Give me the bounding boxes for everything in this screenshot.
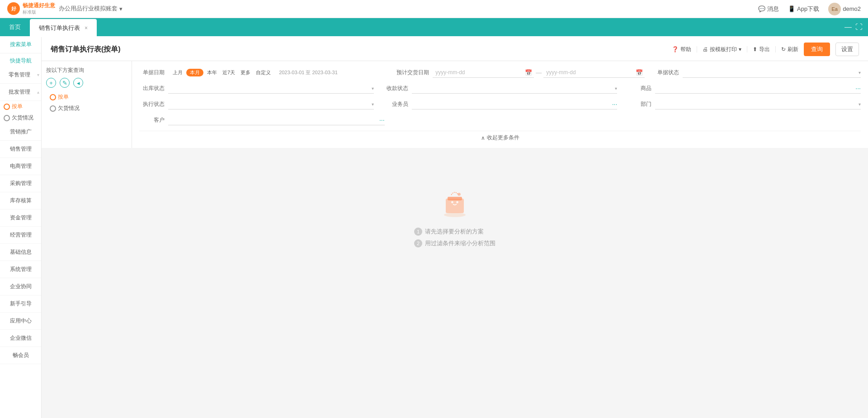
sidebar-item-purchase[interactable]: 采购管理: [0, 175, 41, 192]
outstock-input[interactable]: [168, 83, 370, 93]
date-btn-more[interactable]: 更多: [239, 69, 252, 76]
sidebar-item-finance[interactable]: 资金管理: [0, 209, 41, 227]
sidebar-item-apps[interactable]: 应用中心: [0, 313, 41, 330]
tab-home[interactable]: 首页: [0, 18, 30, 36]
empty-tips: 1 请先选择要分析的方案 2 用过滤条件来缩小分析范围: [414, 228, 495, 247]
sidebar-item-ecommerce[interactable]: 电商管理: [0, 158, 41, 175]
filter-panel: 按以下方案查询 + ✎ ◂ 按单 欠货情况: [42, 61, 868, 148]
filter-field-expected-date: 预计交货日期 📅 — 📅: [396, 67, 645, 78]
scheme-order-item[interactable]: 按单: [46, 91, 127, 103]
app-icon: 📱: [788, 5, 795, 12]
sidebar-search[interactable]: 搜索菜单: [0, 36, 41, 53]
account-dropdown[interactable]: 办公用品行业模拟账套 ▾: [59, 5, 123, 13]
help-btn[interactable]: ❓ 帮助: [672, 46, 691, 53]
filter-side-actions: + ✎ ◂: [46, 78, 127, 88]
scheme-shortage-label: 欠货情况: [58, 104, 80, 112]
sidebar-item-wholesale[interactable]: 批发管理 ▴: [0, 84, 41, 101]
tab-active[interactable]: 销售订单执行表 ×: [30, 19, 97, 37]
status-input[interactable]: [683, 67, 857, 77]
sidebar-item-apps-label: 应用中心: [2, 317, 39, 325]
sidebar-nav-label[interactable]: 快捷导航: [0, 53, 41, 66]
collect-input[interactable]: [412, 83, 613, 93]
collapse-bar[interactable]: ∧ 收起更多条件: [139, 131, 861, 144]
staff-input[interactable]: [412, 99, 612, 109]
minimize-btn[interactable]: —: [844, 23, 852, 31]
goods-input[interactable]: [655, 83, 855, 93]
sidebar-item-member[interactable]: 畅会员: [0, 347, 41, 364]
top-bar-left: 好 畅捷通好生意 标准版 办公用品行业模拟账套 ▾: [7, 2, 123, 15]
sidebar-item-inventory[interactable]: 库存核算: [0, 192, 41, 209]
outstock-dropdown-icon[interactable]: ▾: [372, 86, 374, 91]
message-btn[interactable]: 💬 消息: [758, 5, 779, 13]
collapse-scheme-btn[interactable]: ◂: [73, 78, 83, 88]
sidebar-item-ecommerce-label: 电商管理: [2, 162, 39, 170]
goods-more-icon[interactable]: ···: [855, 85, 861, 92]
sidebar-sub-order-label: 按单: [12, 103, 23, 110]
date-btn-7days[interactable]: 近7天: [221, 69, 237, 76]
dept-label: 部门: [626, 100, 651, 108]
goods-input-wrap: ···: [655, 83, 861, 94]
collapse-label: 收起更多条件: [487, 134, 519, 142]
sidebar-item-purchase-label: 采购管理: [2, 180, 39, 187]
tab-home-label: 首页: [9, 23, 21, 31]
scheme-shortage-item[interactable]: 欠货情况: [46, 103, 127, 114]
query-btn[interactable]: 查询: [804, 43, 830, 56]
dept-input-wrap: ▾: [655, 99, 861, 109]
add-scheme-btn[interactable]: +: [46, 78, 56, 88]
collect-input-wrap: ▾: [412, 83, 618, 94]
filter-date-range: 📅 — 📅: [433, 67, 645, 78]
retail-expand-icon: ▾: [37, 72, 39, 77]
exec-input[interactable]: [168, 99, 370, 109]
empty-state: 1 请先选择要分析的方案 2 用过滤条件来缩小分析范围: [42, 148, 868, 284]
svg-rect-1: [446, 199, 464, 213]
date-btn-thisyear[interactable]: 本年: [205, 69, 219, 76]
customer-input[interactable]: [168, 115, 379, 125]
fullscreen-btn[interactable]: ⛶: [855, 23, 863, 31]
sidebar-sub-shortage[interactable]: 欠货情况: [0, 112, 41, 124]
sidebar-item-marketing[interactable]: 营销推广: [0, 124, 41, 141]
sidebar-item-system[interactable]: 系统管理: [0, 261, 41, 278]
status-dropdown-icon[interactable]: ▾: [859, 70, 861, 75]
dept-dropdown-icon[interactable]: ▾: [859, 102, 861, 107]
settings-btn[interactable]: 设置: [835, 43, 859, 56]
sidebar-sub-order[interactable]: 按单: [0, 101, 41, 112]
tab-close-icon[interactable]: ×: [85, 25, 88, 31]
collapse-icon: ∧: [481, 135, 485, 141]
date-end-input[interactable]: [543, 67, 634, 77]
filter-side: 按以下方案查询 + ✎ ◂ 按单 欠货情况: [42, 61, 132, 148]
sidebar-item-collab[interactable]: 企业协同: [0, 278, 41, 295]
refresh-btn[interactable]: ↻ 刷新: [781, 46, 798, 53]
calendar-start-icon[interactable]: 📅: [523, 69, 534, 76]
refresh-label: 刷新: [788, 46, 798, 53]
date-start-input[interactable]: [433, 67, 523, 77]
user-area[interactable]: Ea demo2: [828, 3, 861, 15]
goods-label: 商品: [626, 85, 651, 92]
sidebar-item-retail[interactable]: 零售管理 ▾: [0, 66, 41, 84]
sidebar-item-operations-label: 经营管理: [2, 231, 39, 239]
sidebar-item-collab-label: 企业协同: [2, 283, 39, 290]
sidebar-item-guide-label: 新手引导: [2, 300, 39, 308]
edit-scheme-btn[interactable]: ✎: [60, 78, 70, 88]
sidebar-item-finance-label: 资金管理: [2, 214, 39, 222]
date-btn-lastmonth[interactable]: 上月: [171, 69, 184, 76]
sidebar-item-operations[interactable]: 经营管理: [0, 227, 41, 244]
sidebar-item-sales[interactable]: 销售管理: [0, 141, 41, 158]
exec-dropdown-icon[interactable]: ▾: [372, 102, 374, 107]
dept-input[interactable]: [655, 99, 857, 109]
sidebar-item-wechat-label: 企业微信: [2, 334, 39, 342]
sidebar-item-wechat[interactable]: 企业微信: [0, 330, 41, 347]
customer-more-icon[interactable]: ···: [379, 116, 385, 124]
date-btn-custom[interactable]: 自定义: [254, 69, 273, 76]
sidebar-item-guide[interactable]: 新手引导: [0, 295, 41, 313]
app-download-btn[interactable]: 📱 App下载: [788, 5, 819, 13]
collect-dropdown-icon[interactable]: ▾: [615, 86, 617, 91]
sidebar-item-basic[interactable]: 基础信息: [0, 244, 41, 261]
date-btn-thismonth[interactable]: 本月: [186, 69, 203, 76]
export-btn[interactable]: ⬆ 导出: [753, 46, 770, 53]
staff-more-icon[interactable]: ···: [612, 100, 618, 108]
filter-field-dept: 部门 ▾: [626, 99, 861, 109]
sidebar-search-label[interactable]: 搜索菜单: [4, 41, 38, 48]
date-start-wrap: 📅: [433, 67, 534, 78]
print-btn[interactable]: 🖨 按模板打印 ▾: [703, 46, 741, 53]
calendar-end-icon[interactable]: 📅: [634, 69, 645, 76]
